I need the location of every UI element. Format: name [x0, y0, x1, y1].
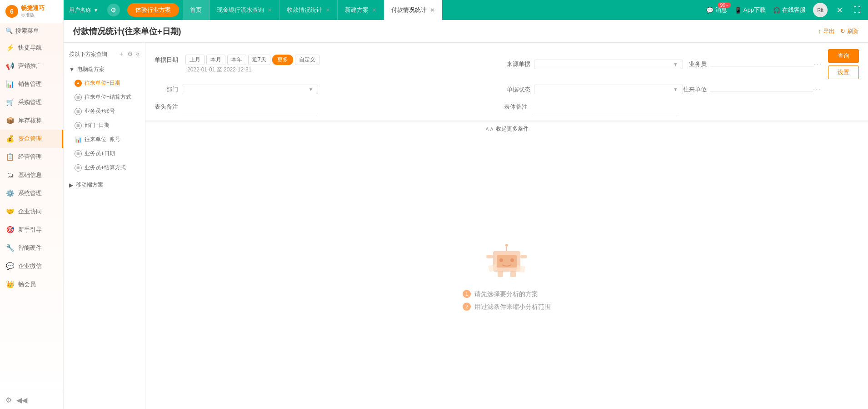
- operation-label: 经营管理: [18, 153, 42, 161]
- filter-section: 单据日期 上月 本月 本年 近7天 更多 自定义 2022-01-0: [145, 43, 868, 121]
- source-select[interactable]: ▼: [534, 60, 683, 69]
- system-label: 系统管理: [18, 189, 42, 197]
- tab-new-scheme-close[interactable]: ✕: [372, 7, 376, 13]
- sidebar-item-operation[interactable]: 📋 经营管理: [0, 148, 63, 166]
- expand-window-btn[interactable]: ⛶: [852, 4, 863, 16]
- desktop-group-label: 电脑端方案: [77, 66, 105, 73]
- sidebar-item-basic-info[interactable]: 🗂 基础信息: [0, 166, 63, 184]
- sidebar-item-marketing[interactable]: 📢 营销推广: [0, 57, 63, 75]
- sidebar-item-member[interactable]: 👑 畅会员: [0, 275, 63, 293]
- system-icon: ⚙️: [5, 189, 15, 198]
- hardware-icon: 🔧: [5, 243, 15, 252]
- scheme-item-staff-date[interactable]: ▦ 业务员+日期: [64, 146, 145, 161]
- staff-settle-icon: ▦: [75, 164, 82, 172]
- online-service-btn[interactable]: 🎧 在线客服: [773, 6, 806, 14]
- sidebar-item-inventory[interactable]: 📦 库存核算: [0, 111, 63, 130]
- scheme-item-partner-settle[interactable]: ▦ 往来单位+结算方式: [64, 90, 145, 104]
- collapse-panel-btn[interactable]: «: [136, 50, 140, 58]
- desktop-group-title[interactable]: ▼ 电脑端方案: [64, 63, 145, 76]
- logo-name: 畅捷通巧: [21, 5, 45, 12]
- member-icon: 👑: [5, 280, 15, 289]
- svg-rect-7: [520, 255, 527, 258]
- staff-label: 业务员: [683, 60, 710, 68]
- source-filter-col: 来源单据 ▼: [507, 60, 683, 69]
- tip-num-1: 1: [463, 290, 471, 298]
- refresh-btn[interactable]: ↻ 刷新: [840, 27, 859, 35]
- sidebar-item-sales[interactable]: 📊 销售管理: [0, 75, 63, 93]
- guide-icon: 🎯: [5, 225, 15, 234]
- search-icon: 🔍: [5, 27, 13, 34]
- staff-settle-label: 业务员+结算方式: [85, 164, 126, 172]
- sidebar-item-finance[interactable]: 💰 资金管理: [0, 130, 63, 148]
- scheme-item-partner-date[interactable]: ● 往来单位+日期: [64, 76, 145, 90]
- tab-home[interactable]: 首页: [183, 0, 210, 20]
- sidebar-item-hardware[interactable]: 🔧 智能硬件: [0, 239, 63, 257]
- bottom-collapse-icon[interactable]: ◀◀: [16, 396, 27, 404]
- sidebar-bottom: ⚙ ◀◀: [0, 391, 63, 409]
- scheme-item-partner-account[interactable]: 📊 往来单位+账号: [64, 132, 145, 146]
- collapse-bar[interactable]: ∧∧ 收起更多条件: [145, 121, 868, 136]
- close-window-btn[interactable]: ✕: [835, 4, 844, 16]
- user-avatar[interactable]: Rit: [813, 3, 828, 17]
- search-menu[interactable]: 🔍 搜索菜单: [0, 23, 63, 39]
- tab-bank-flow[interactable]: 现金银行流水查询 ✕: [210, 0, 279, 20]
- tip-item-2: 2 用过滤条件来缩小分析范围: [463, 300, 551, 313]
- partner-filter-col: 往来单位 ···: [683, 86, 859, 94]
- scheme-item-staff-settle[interactable]: ▦ 业务员+结算方式: [64, 161, 145, 175]
- collapse-icon: ∧∧: [485, 126, 494, 132]
- scheme-item-dept-date[interactable]: ▦ 部门+日期: [64, 118, 145, 132]
- trial-button[interactable]: 体验行业方案: [127, 3, 179, 17]
- dept-select-arrow: ▼: [309, 87, 313, 92]
- sidebar-item-guide[interactable]: 🎯 新手引导: [0, 221, 63, 239]
- user-nav-dropdown[interactable]: 用户名称 ▼: [64, 0, 104, 20]
- body-note-input[interactable]: [531, 101, 679, 112]
- tab-payment-stats[interactable]: 付款情况统计 ✕: [384, 0, 442, 20]
- sidebar-item-enterprise[interactable]: 🤝 企业协同: [0, 202, 63, 221]
- svg-rect-8: [498, 271, 503, 277]
- partner-dots-btn[interactable]: ···: [813, 86, 822, 94]
- custom-date-btn[interactable]: 自定义: [295, 55, 319, 65]
- tab-receipt-stats-close[interactable]: ✕: [326, 7, 330, 13]
- staff-dots-btn[interactable]: ···: [814, 60, 823, 68]
- last-7days-btn[interactable]: 近7天: [248, 55, 270, 65]
- staff-account-label: 业务员+账号: [85, 107, 115, 115]
- last-month-btn[interactable]: 上月: [185, 55, 205, 65]
- tab-new-scheme[interactable]: 新建方案 ✕: [338, 0, 384, 20]
- export-btn[interactable]: ↑ 导出: [818, 27, 835, 35]
- query-button[interactable]: 查询: [828, 49, 859, 63]
- source-label: 来源单据: [507, 60, 534, 68]
- basic-info-icon: 🗂: [5, 171, 15, 180]
- staff-account-icon: ▦: [75, 108, 82, 115]
- collapse-label: 收起更多条件: [496, 126, 529, 132]
- quick-nav-label: 快捷导航: [18, 44, 42, 52]
- filter-row-2: 部门 ▼ 单据状态 ▼ 往来单位: [155, 85, 859, 94]
- sidebar-item-wechat[interactable]: 💬 企业微信: [0, 257, 63, 275]
- scheme-item-staff-account[interactable]: ▦ 业务员+账号: [64, 104, 145, 118]
- dept-select[interactable]: ▼: [182, 85, 318, 94]
- purchase-label: 采购管理: [18, 98, 42, 106]
- tip-text-2: 用过滤条件来缩小分析范围: [474, 300, 551, 313]
- marketing-label: 营销推广: [18, 62, 42, 70]
- more-date-btn[interactable]: 更多: [272, 55, 293, 65]
- app-download-btn[interactable]: 📱 App下载: [734, 6, 766, 14]
- this-year-btn[interactable]: 本年: [227, 55, 246, 65]
- basic-info-label: 基础信息: [18, 171, 42, 179]
- tab-bank-flow-close[interactable]: ✕: [268, 7, 272, 13]
- message-btn[interactable]: 💬 消息 99+: [706, 6, 727, 14]
- export-label: 导出: [823, 27, 835, 35]
- doc-status-select[interactable]: ▼: [534, 85, 683, 94]
- page-title: 付款情况统计(往来单位+日期): [73, 26, 181, 37]
- sidebar-item-quick-nav[interactable]: ⚡ 快捷导航: [0, 39, 63, 57]
- this-month-btn[interactable]: 本月: [206, 55, 225, 65]
- setting-button[interactable]: 设置: [828, 66, 859, 79]
- sidebar-item-system[interactable]: ⚙️ 系统管理: [0, 184, 63, 202]
- bottom-settings-icon[interactable]: ⚙: [5, 396, 12, 404]
- sidebar-item-purchase[interactable]: 🛒 采购管理: [0, 93, 63, 111]
- mobile-group-title[interactable]: ▶ 移动端方案: [64, 178, 145, 192]
- header-note-input[interactable]: [182, 101, 318, 112]
- manage-scheme-btn[interactable]: ⚙: [127, 50, 133, 58]
- settings-button[interactable]: ⚙: [107, 4, 120, 16]
- tab-receipt-stats[interactable]: 收款情况统计 ✕: [279, 0, 338, 20]
- tab-payment-stats-close[interactable]: ✕: [430, 7, 434, 13]
- add-scheme-btn[interactable]: ＋: [118, 50, 125, 58]
